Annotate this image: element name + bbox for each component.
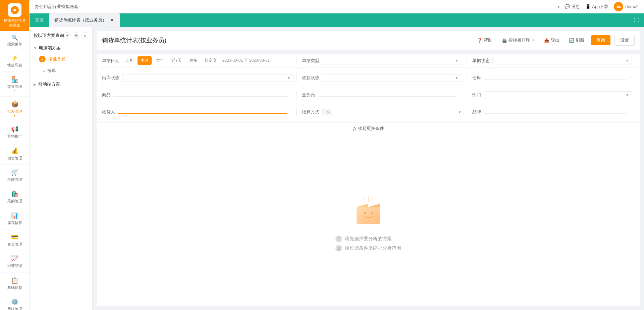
topbar: 办公用品行业模拟账套 ▼ 💬 消息 📱 App下载 Ea demo2 [30,0,644,13]
page-header-actions: ❓ 帮助 🖨️ 按模板打印 ▼ 📤 导出 🔄 刷新 [474,35,635,46]
left-panel-actions: + « [64,32,88,39]
empty-tip-2: 2 用过滤条件来缩小分析范围 [335,245,401,252]
sidebar-item-system[interactable]: ⚙️ 系统管理 [0,294,29,310]
logo[interactable]: 畅捷通好生意 标准版 [0,0,29,31]
date-more-btn[interactable]: 更多 [186,56,200,65]
topbar-dropdown-btn[interactable]: ▼ [556,4,560,9]
doc-status-select[interactable]: ▼ [492,57,632,64]
sidebar-item-operations[interactable]: 📈 经营管理 [0,251,29,272]
scheme-by-order[interactable]: ≡ 按单 [30,65,92,76]
doc-type-label: 单据类型 [302,58,319,64]
svg-line-12 [363,196,365,201]
sidebar-shortcut[interactable]: ⚡ 快捷导航 [0,50,29,72]
empty-icon [348,189,388,229]
tab-maximize-btn[interactable]: ⛶ [634,17,644,23]
settlement-label: 结算方式 [302,109,319,115]
sidebar: 畅捷通好生意 标准版 🔍 搜索菜单 ⚡ 快捷导航 🏪 零售管理 ▼ 📦 批发管理… [0,0,30,310]
sidebar-item-purchase[interactable]: 🛍️ 采购管理 [0,186,29,208]
divider3 [296,74,297,82]
out-status-label: 出库状态 [102,75,119,81]
brand-dots-btn[interactable]: ··· [628,109,632,115]
sidebar-item-marketing[interactable]: 📢 营销推广 [0,121,29,143]
date-last-month-btn[interactable]: 上月 [122,56,136,65]
print-btn[interactable]: 🖨️ 按模板打印 ▼ [499,36,537,45]
department-label: 部门 [472,92,481,98]
product-label: 商品 [102,92,111,98]
content: 按以下方案查询 + « ▼ 电脑端方案 ● 按业务员 [30,27,644,310]
add-scheme-btn[interactable]: + [64,32,71,39]
date-this-month-btn[interactable]: 本月 [138,56,152,65]
sidebar-item-retail[interactable]: 🏪 零售管理 ▼ [0,72,29,97]
date-last-7days-btn[interactable]: 近7天 [168,56,185,65]
receipt-status-select[interactable]: ▼ [322,74,462,82]
help-btn[interactable]: ❓ 帮助 [474,36,495,45]
left-panel: 按以下方案查询 + « ▼ 电脑端方案 ● 按业务员 [30,27,93,310]
date-group: 上月 本月 本年 近7天 更多 自定义 2023-03-01 至 2023-03… [122,56,270,65]
divider6 [467,91,467,99]
date-range: 2023-03-01 至 2023-03-31 [222,58,270,63]
date-this-year-btn[interactable]: 本年 [153,56,167,65]
tab-close-btn[interactable]: ✕ [109,17,115,23]
collapse-row: ⋀ 收起更多条件 [97,122,640,134]
receiver-label: 收货人 [102,109,115,115]
messages-btn[interactable]: 💬 消息 [565,4,580,10]
salesperson-dots-btn[interactable]: ··· [457,92,461,98]
desktop-scheme-header[interactable]: ▼ 电脑端方案 [30,43,92,53]
logo-icon [8,3,21,17]
empty-tip-1: 1 请先选择要分析的方案 [335,236,401,242]
refresh-btn[interactable]: 🔄 刷新 [566,36,587,45]
department-select[interactable]: ▼ [484,91,632,99]
warehouse-dots-btn[interactable]: ··· [628,75,632,81]
svg-marker-7 [368,204,380,207]
edit-scheme-btn[interactable] [73,32,79,39]
doc-status-label: 单据状态 [472,58,490,64]
tabbar: 首页 销货单统计表（按业务员） ✕ ⛶ [30,13,644,27]
right-panel: 销货单统计表(按业务员) ❓ 帮助 🖨️ 按模板打印 ▼ 📤 导出 [93,27,644,310]
out-status-select[interactable]: ▼ [122,74,293,82]
settlement-clear-btn[interactable]: ✕ [325,110,330,114]
sidebar-item-finance[interactable]: 💳 资金管理 [0,229,29,251]
doc-type-select[interactable]: ▼ [322,57,462,64]
warehouse-label: 仓库 [472,75,481,81]
svg-line-13 [372,196,373,201]
sidebar-item-wholesale[interactable]: 📦 批发管理 ▲ [0,97,29,121]
salesperson-label: 业务员 [302,92,315,98]
divider4 [467,74,467,82]
page-header: 销货单统计表(按业务员) ❓ 帮助 🖨️ 按模板打印 ▼ 📤 导出 [97,31,640,50]
sidebar-item-inventory[interactable]: 📊 库存核算 [0,208,29,229]
collapse-panel-btn[interactable]: « [82,32,88,39]
collapse-btn[interactable]: ⋀ 收起更多条件 [353,125,384,132]
settlement-clear-tag: ✕ [322,109,332,115]
divider7 [296,108,297,116]
page-title: 销货单统计表(按业务员) [102,36,166,44]
export-btn[interactable]: 📤 导出 [541,36,562,45]
tab-home[interactable]: 首页 [30,13,49,27]
date-custom-btn[interactable]: 自定义 [202,56,220,65]
main-area: 办公用品行业模拟账套 ▼ 💬 消息 📱 App下载 Ea demo2 首页 [30,0,644,310]
left-panel-header: 按以下方案查询 + « [30,30,92,42]
product-dots-btn[interactable]: ··· [289,92,293,98]
svg-rect-5 [357,207,380,224]
svg-point-9 [364,212,366,214]
sidebar-search[interactable]: 🔍 搜索菜单 [0,31,29,50]
query-btn[interactable]: 查询 [591,35,610,45]
receiver-dots-btn[interactable]: ··· [289,109,293,115]
sidebar-item-ecommerce[interactable]: 🛒 电商管理 [0,165,29,186]
mobile-scheme-header[interactable]: ▶ 移动端方案 [30,79,92,89]
tab-sales-stats[interactable]: 销货单统计表（按业务员） ✕ [49,13,120,27]
sidebar-item-sales[interactable]: 💰 销售管理 [0,143,29,165]
receipt-status-label: 收款状态 [302,75,319,81]
divider2 [467,57,467,65]
app-download-btn[interactable]: 📱 App下载 [585,4,608,10]
empty-tips: 1 请先选择要分析的方案 2 用过滤条件来缩小分析范围 [335,236,401,252]
topbar-title: 办公用品行业模拟账套 [35,4,552,10]
mobile-scheme-group: ▶ 移动端方案 [30,78,92,91]
date-label: 单据日期 [102,58,119,64]
scheme-sub-icon: ≡ [43,68,45,73]
user-menu-btn[interactable]: Ea demo2 [614,2,639,11]
brand-label: 品牌 [472,109,481,115]
sidebar-item-basic[interactable]: 📋 基础信息 [0,273,29,294]
empty-state: 1 请先选择要分析的方案 2 用过滤条件来缩小分析范围 [97,134,640,306]
scheme-by-salesperson[interactable]: ● 按业务员 [30,53,92,65]
settings-btn[interactable]: 设置 [614,35,635,46]
